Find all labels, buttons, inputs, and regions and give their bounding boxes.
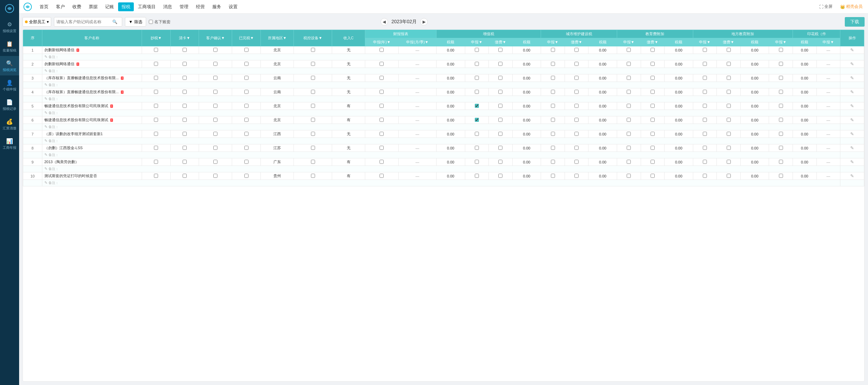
- cell-actions[interactable]: ✎: [840, 130, 864, 138]
- confirm-checkbox[interactable]: [213, 146, 217, 150]
- cell-c-pay[interactable]: [565, 130, 588, 138]
- nav-tax[interactable]: 报税: [118, 2, 134, 11]
- c-declare-checkbox[interactable]: [551, 160, 555, 164]
- cell-tax[interactable]: [142, 74, 171, 82]
- done-checkbox[interactable]: [244, 160, 248, 164]
- cell-done[interactable]: [232, 46, 261, 54]
- cell-actions[interactable]: ✎: [840, 102, 864, 110]
- nav-operations[interactable]: 经营: [193, 2, 208, 11]
- cell-y-declare[interactable]: —: [816, 74, 840, 82]
- taxdev-checkbox[interactable]: [311, 118, 315, 122]
- j-declare-checkbox[interactable]: [627, 76, 631, 80]
- confirm-checkbox[interactable]: [213, 104, 217, 108]
- done-checkbox[interactable]: [244, 132, 248, 136]
- j-pay-checkbox[interactable]: [651, 160, 655, 164]
- cell-confirm[interactable]: [199, 46, 232, 54]
- cell-z-declare[interactable]: [465, 172, 489, 180]
- edit-icon[interactable]: ✎: [850, 103, 854, 109]
- edit-icon[interactable]: ✎: [850, 47, 854, 53]
- cell-confirm[interactable]: [199, 144, 232, 152]
- cell-c-pay[interactable]: [565, 172, 588, 180]
- cell-caiwu-month[interactable]: —: [398, 144, 436, 152]
- cell-j-declare[interactable]: [617, 102, 641, 110]
- cell-c-declare[interactable]: [541, 74, 565, 82]
- cell-taxdev[interactable]: [294, 74, 332, 82]
- download-button[interactable]: 下载: [845, 17, 865, 27]
- c-declare-checkbox[interactable]: [551, 146, 555, 150]
- cell-actions[interactable]: ✎: [840, 74, 864, 82]
- j-declare-checkbox[interactable]: [627, 62, 631, 66]
- clear-checkbox[interactable]: [183, 76, 187, 80]
- cell-d-declare2[interactable]: [769, 130, 793, 138]
- z-declare-checkbox[interactable]: [475, 48, 479, 52]
- th-z-declare[interactable]: 申报▼: [465, 38, 489, 46]
- nav-management[interactable]: 管理: [176, 2, 192, 11]
- cell-y-declare[interactable]: —: [816, 88, 840, 96]
- cell-y-declare[interactable]: —: [816, 130, 840, 138]
- cell-clear[interactable]: [170, 172, 199, 180]
- cell-confirm[interactable]: [199, 74, 232, 82]
- cell-done[interactable]: [232, 158, 261, 166]
- j-pay-checkbox[interactable]: [651, 174, 655, 178]
- done-checkbox[interactable]: [244, 118, 248, 122]
- z-pay-checkbox[interactable]: [498, 160, 502, 164]
- cell-c-pay[interactable]: [565, 74, 588, 82]
- edit-icon[interactable]: ✎: [850, 145, 854, 151]
- cell-d-declare[interactable]: [693, 144, 717, 152]
- z-pay-checkbox[interactable]: [498, 118, 502, 122]
- cell-j-declare[interactable]: [617, 88, 641, 96]
- d-declare2-checkbox[interactable]: [779, 146, 783, 150]
- cell-taxdev[interactable]: [294, 130, 332, 138]
- c-pay-checkbox[interactable]: [574, 62, 579, 66]
- cell-d-declare2[interactable]: [769, 172, 793, 180]
- cell-c-declare[interactable]: [541, 102, 565, 110]
- tax-checkbox[interactable]: [154, 48, 158, 52]
- cell-clear[interactable]: [170, 102, 199, 110]
- d-declare2-checkbox[interactable]: [779, 90, 783, 94]
- done-checkbox[interactable]: [244, 90, 248, 94]
- cell-caiwu-month[interactable]: —: [398, 116, 436, 124]
- nav-business[interactable]: 工商项目: [134, 2, 159, 11]
- clear-checkbox[interactable]: [183, 174, 187, 178]
- d-pay-checkbox[interactable]: [727, 118, 731, 122]
- cell-caiwu-year[interactable]: [365, 172, 398, 180]
- z-declare-checkbox[interactable]: [475, 90, 479, 94]
- main-table-container[interactable]: 序 客户名称 抄税▼ 清卡▼ 客户确认▼ 已完税▼ 所属地区▼ 税控设备▼ 收入…: [23, 29, 865, 382]
- tax-checkbox[interactable]: [154, 146, 158, 150]
- cell-done[interactable]: [232, 60, 261, 68]
- d-pay-checkbox[interactable]: [727, 90, 731, 94]
- taxdev-checkbox[interactable]: [311, 160, 315, 164]
- cell-tax[interactable]: [142, 88, 171, 96]
- cell-d-declare2[interactable]: [769, 116, 793, 124]
- d-declare-checkbox[interactable]: [703, 104, 707, 108]
- done-checkbox[interactable]: [244, 76, 248, 80]
- cell-done[interactable]: [232, 144, 261, 152]
- cell-c-pay[interactable]: [565, 60, 588, 68]
- cell-z-declare[interactable]: [465, 102, 489, 110]
- cell-y-declare[interactable]: —: [816, 60, 840, 68]
- cell-tax[interactable]: [142, 60, 171, 68]
- cell-j-declare[interactable]: [617, 74, 641, 82]
- cell-c-pay[interactable]: [565, 144, 588, 152]
- tax-checkbox[interactable]: [154, 132, 158, 136]
- z-pay-checkbox[interactable]: [498, 90, 502, 94]
- j-declare-checkbox[interactable]: [627, 146, 631, 150]
- d-declare2-checkbox[interactable]: [779, 48, 783, 52]
- cell-done[interactable]: [232, 172, 261, 180]
- sidebar-item-annual-report[interactable]: 📊 工商年报: [0, 134, 19, 153]
- done-checkbox[interactable]: [244, 174, 248, 178]
- next-month-button[interactable]: ▶: [420, 18, 428, 26]
- cell-z-pay[interactable]: [489, 74, 513, 82]
- cell-tax[interactable]: [142, 158, 171, 166]
- cell-c-pay[interactable]: [565, 158, 588, 166]
- tax-checkbox[interactable]: [154, 76, 158, 80]
- confirm-checkbox[interactable]: [213, 48, 217, 52]
- z-declare-checkbox[interactable]: [475, 76, 479, 80]
- d-declare2-checkbox[interactable]: [779, 118, 783, 122]
- cell-c-pay[interactable]: [565, 102, 588, 110]
- cell-y-declare[interactable]: —: [816, 46, 840, 54]
- tax-checkbox[interactable]: [154, 160, 158, 164]
- cell-confirm[interactable]: [199, 116, 232, 124]
- edit-icon[interactable]: ✎: [850, 89, 854, 95]
- clear-checkbox[interactable]: [183, 62, 187, 66]
